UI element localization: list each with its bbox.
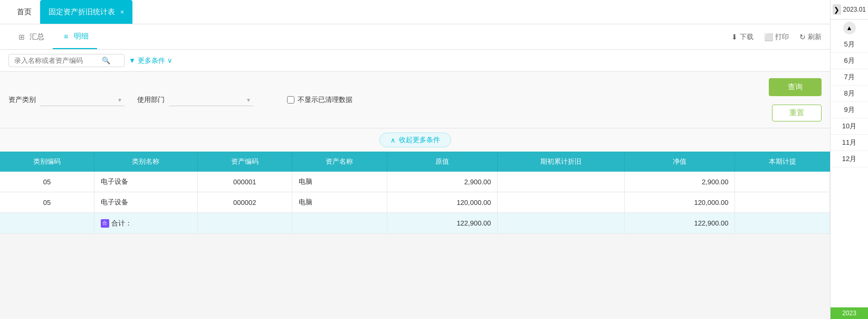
summary-icon: ⊞ bbox=[17, 32, 26, 42]
table-container: 类别编码 类别名称 资产编码 资产名称 原值 期初累计折旧 净值 本期计提 05… bbox=[0, 152, 830, 234]
active-tab[interactable]: 固定资产折旧统计表 × bbox=[40, 0, 132, 24]
cell-net-value-1: 2,900.00 bbox=[624, 172, 735, 192]
asset-category-select[interactable] bbox=[40, 93, 125, 106]
month-10[interactable]: 10月 bbox=[831, 118, 868, 135]
right-nav-up[interactable]: ▲ bbox=[843, 22, 856, 34]
hide-cleared-filter: 不显示已清理数据 bbox=[287, 95, 352, 105]
download-action[interactable]: ⬇ 下载 bbox=[731, 32, 753, 42]
total-accum-dep bbox=[498, 213, 624, 234]
print-action[interactable]: ⬜ 打印 bbox=[764, 32, 789, 42]
refresh-label: 刷新 bbox=[808, 32, 822, 42]
col-header-asset-name: 资产名称 bbox=[292, 152, 387, 172]
total-text: 合计： bbox=[111, 219, 132, 228]
right-panel-arrow[interactable]: ❯ bbox=[833, 4, 841, 15]
cell-asset-name-2: 电脑 bbox=[292, 192, 387, 213]
tab-close-button[interactable]: × bbox=[120, 8, 124, 16]
total-net-value: 122,900.00 bbox=[624, 213, 735, 234]
total-empty-1 bbox=[0, 213, 94, 234]
active-tab-label: 固定资产折旧统计表 bbox=[49, 7, 115, 17]
total-label: 合 合计： bbox=[101, 219, 132, 228]
download-icon: ⬇ bbox=[731, 33, 738, 41]
total-original-value: 122,900.00 bbox=[387, 213, 498, 234]
cell-accum-dep-1 bbox=[498, 172, 624, 192]
month-9[interactable]: 9月 bbox=[831, 102, 868, 118]
col-header-category-code: 类别编码 bbox=[0, 152, 94, 172]
cell-category-code-2: 05 bbox=[0, 192, 94, 213]
use-dept-select-wrap bbox=[169, 93, 253, 106]
tab-summary[interactable]: ⊞ 汇总 bbox=[8, 24, 53, 49]
tab-detail[interactable]: ≡ 明细 bbox=[53, 24, 97, 49]
total-icon-box: 合 bbox=[101, 219, 109, 228]
col-header-current-depreciation: 本期计提 bbox=[735, 152, 830, 172]
cell-original-value-2: 120,000.00 bbox=[387, 192, 498, 213]
print-icon: ⬜ bbox=[764, 33, 773, 41]
toolbar-actions: ⬇ 下载 ⬜ 打印 ↻ 刷新 bbox=[731, 32, 822, 42]
refresh-icon: ↻ bbox=[799, 33, 806, 41]
tab-detail-label: 明细 bbox=[74, 32, 89, 41]
collapse-button[interactable]: ∧ 收起更多条件 bbox=[379, 133, 451, 147]
col-header-accumulated-depreciation: 期初累计折旧 bbox=[498, 152, 624, 172]
refresh-action[interactable]: ↻ 刷新 bbox=[799, 32, 822, 42]
total-empty-2: 合 合计： bbox=[94, 213, 197, 234]
more-conditions-button[interactable]: ▼ 更多条件 ∨ bbox=[129, 56, 173, 65]
tab-summary-label: 汇总 bbox=[30, 32, 44, 42]
filter-buttons: 查询 重置 bbox=[769, 78, 822, 121]
hide-cleared-checkbox[interactable] bbox=[287, 96, 294, 104]
cell-current-dep-1 bbox=[735, 172, 830, 192]
use-dept-select[interactable] bbox=[169, 93, 253, 106]
col-header-category-name: 类别名称 bbox=[94, 152, 197, 172]
asset-category-select-wrap bbox=[40, 93, 125, 106]
total-empty-3 bbox=[197, 213, 292, 234]
collapse-area: ∧ 收起更多条件 bbox=[0, 128, 830, 152]
use-dept-label: 使用部门 bbox=[137, 95, 165, 105]
right-panel: ❯ 2023.01 ▲ 5月 6月 7月 8月 9月 10月 11月 12月 2… bbox=[830, 0, 868, 319]
cell-category-name-2: 电子设备 bbox=[94, 192, 197, 213]
filter-row: 资产类别 使用部门 不显示已清理数据 bbox=[8, 78, 822, 121]
home-tab[interactable]: 首页 bbox=[8, 0, 40, 24]
reset-button[interactable]: 重置 bbox=[772, 105, 822, 121]
search-input-wrap: 🔍 bbox=[8, 54, 125, 67]
cell-net-value-2: 120,000.00 bbox=[624, 192, 735, 213]
month-11[interactable]: 11月 bbox=[831, 135, 868, 151]
table-row[interactable]: 05 电子设备 000002 电脑 120,000.00 120,000.00 bbox=[0, 192, 830, 213]
chevron-down-icon: ∨ bbox=[167, 57, 173, 64]
month-5[interactable]: 5月 bbox=[831, 36, 868, 53]
month-7[interactable]: 7月 bbox=[831, 69, 868, 86]
detail-icon: ≡ bbox=[61, 32, 71, 41]
col-header-asset-code: 资产编码 bbox=[197, 152, 292, 172]
collapse-icon: ∧ bbox=[390, 136, 396, 144]
toolbar: ⊞ 汇总 ≡ 明细 ⬇ 下载 ⬜ 打印 ↻ 刷新 bbox=[0, 24, 830, 50]
table-header: 类别编码 类别名称 资产编码 资产名称 原值 期初累计折旧 净值 本期计提 bbox=[0, 152, 830, 172]
search-input[interactable] bbox=[14, 57, 99, 64]
asset-category-filter: 资产类别 bbox=[8, 93, 125, 106]
main-content: ⊞ 汇总 ≡ 明细 ⬇ 下载 ⬜ 打印 ↻ 刷新 🔍 bbox=[0, 24, 830, 234]
data-table: 类别编码 类别名称 资产编码 资产名称 原值 期初累计折旧 净值 本期计提 05… bbox=[0, 152, 830, 234]
cell-asset-name-1: 电脑 bbox=[292, 172, 387, 192]
table-row[interactable]: 05 电子设备 000001 电脑 2,900.00 2,900.00 bbox=[0, 172, 830, 192]
table-body: 05 电子设备 000001 电脑 2,900.00 2,900.00 05 电… bbox=[0, 172, 830, 233]
asset-category-label: 资产类别 bbox=[8, 95, 36, 105]
right-year-badge[interactable]: 2023 bbox=[831, 307, 868, 319]
download-label: 下载 bbox=[740, 32, 753, 42]
collapse-label: 收起更多条件 bbox=[399, 135, 440, 145]
month-12[interactable]: 12月 bbox=[831, 151, 868, 167]
search-icon[interactable]: 🔍 bbox=[102, 57, 110, 64]
top-bar: 首页 固定资产折旧统计表 × ✕ bbox=[0, 0, 868, 24]
cell-category-code-1: 05 bbox=[0, 172, 94, 192]
print-label: 打印 bbox=[775, 32, 789, 42]
cell-asset-code-1: 000001 bbox=[197, 172, 292, 192]
hide-cleared-label: 不显示已清理数据 bbox=[298, 95, 352, 105]
query-button[interactable]: 查询 bbox=[769, 78, 822, 96]
total-row: 合 合计： 122,900.00 122,900.00 bbox=[0, 213, 830, 234]
month-8[interactable]: 8月 bbox=[831, 86, 868, 102]
filter-area: 资产类别 使用部门 不显示已清理数据 bbox=[0, 72, 830, 128]
home-label: 首页 bbox=[17, 7, 32, 17]
use-dept-filter: 使用部门 bbox=[137, 93, 253, 106]
right-month-list: 5月 6月 7月 8月 9月 10月 11月 12月 bbox=[831, 36, 868, 307]
month-6[interactable]: 6月 bbox=[831, 53, 868, 69]
right-date-header: 2023.01 bbox=[843, 6, 866, 13]
filter-icon: ▼ bbox=[129, 57, 136, 64]
cell-asset-code-2: 000002 bbox=[197, 192, 292, 213]
cell-current-dep-2 bbox=[735, 192, 830, 213]
cell-original-value-1: 2,900.00 bbox=[387, 172, 498, 192]
